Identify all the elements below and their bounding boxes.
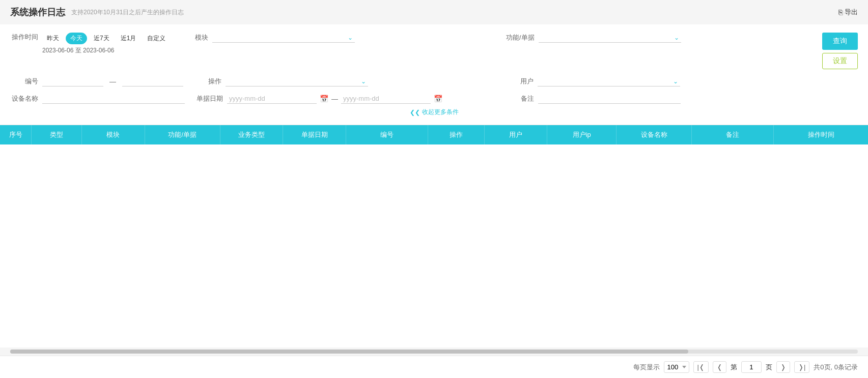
pagination: 每页显示 100 50 200 |❬ ❬ 第 页 ❭ ❭| 共0页, 0条记录 (0, 356, 868, 378)
time-date-range: 2023-06-06 至 2023-06-06 (42, 46, 170, 55)
collapse-label: 收起更多条件 (422, 108, 459, 117)
operation-select-wrapper: ⌄ (226, 76, 368, 86)
time-buttons-group: 昨天 今天 近7天 近1月 自定义 (42, 33, 170, 44)
date-end-input[interactable] (341, 94, 431, 104)
filter-row-2: 编号 — 操作 ⌄ 用户 (10, 76, 858, 86)
scrollbar-area[interactable] (0, 347, 868, 356)
remark-label: 备注 (506, 94, 534, 103)
device-input[interactable] (42, 94, 185, 104)
date-dash: — (331, 95, 338, 103)
voucher-date-filter-cell: 单据日期 📅 — 📅 (195, 94, 496, 104)
filter-row-1: 操作时间 昨天 今天 近7天 近1月 自定义 2023-06-06 至 2023… (10, 33, 858, 69)
col-type: 类型 (32, 125, 82, 144)
data-table: 序号 类型 模块 功能/单据 业务类型 单据日期 编号 操作 用户 用户ip 设… (0, 125, 868, 144)
page-wrapper: 系统操作日志 支持2020年10月31日之后产生的操作日志 ⎘ 导出 操作时间 … (0, 0, 868, 378)
voucher-date-label: 单据日期 (195, 94, 223, 103)
date-range-wrapper: 📅 — 📅 (227, 94, 442, 104)
col-user-ip: 用户ip (547, 125, 617, 144)
module-label: 模块 (180, 33, 208, 42)
time-btn-today[interactable]: 今天 (66, 33, 87, 44)
user-label: 用户 (506, 77, 534, 86)
func-label: 功能/单据 (501, 33, 535, 42)
code-end-input[interactable] (122, 76, 183, 86)
total-info: 共0页, 0条记录 (814, 363, 858, 372)
operation-label: 操作 (193, 77, 221, 86)
export-button[interactable]: ⎘ 导出 (838, 8, 858, 17)
module-select-wrapper: ⌄ (212, 33, 355, 43)
calendar-start-icon[interactable]: 📅 (320, 95, 328, 103)
time-label: 操作时间 (10, 33, 38, 42)
device-filter-cell: 设备名称 (10, 94, 185, 104)
page-suffix: 页 (766, 363, 772, 372)
filter-row-3: 设备名称 单据日期 📅 — 📅 备注 (10, 94, 858, 104)
per-page-select[interactable]: 100 50 200 (664, 361, 689, 373)
col-operation: 操作 (428, 125, 484, 144)
last-page-btn[interactable]: ❭| (794, 361, 809, 373)
user-select[interactable] (538, 76, 680, 86)
module-filter-cell: 模块 ⌄ (180, 33, 491, 43)
export-label: 导出 (845, 8, 858, 17)
filter-area: 操作时间 昨天 今天 近7天 近1月 自定义 2023-06-06 至 2023… (0, 24, 868, 125)
col-voucher-date: 单据日期 (283, 125, 346, 144)
func-filter-cell: 功能/单据 ⌄ (501, 33, 812, 43)
table-header-row: 序号 类型 模块 功能/单据 业务类型 单据日期 编号 操作 用户 用户ip 设… (0, 125, 868, 144)
prev-page-btn[interactable]: ❬ (713, 361, 726, 373)
per-page-label: 每页显示 (633, 363, 660, 372)
time-btn-7days[interactable]: 近7天 (89, 33, 114, 44)
time-btn-1month[interactable]: 近1月 (116, 33, 141, 44)
first-page-btn[interactable]: |❬ (693, 361, 709, 373)
time-btn-yesterday[interactable]: 昨天 (42, 33, 64, 44)
calendar-end-icon[interactable]: 📅 (434, 95, 442, 103)
collapse-button[interactable]: ❮❮ 收起更多条件 (410, 108, 459, 117)
time-btn-custom[interactable]: 自定义 (143, 33, 170, 44)
page-label: 第 (731, 363, 737, 372)
device-label: 设备名称 (10, 94, 38, 103)
col-device: 设备名称 (617, 125, 692, 144)
page-input[interactable] (741, 361, 762, 373)
next-page-btn[interactable]: ❭ (776, 361, 790, 373)
col-module: 模块 (82, 125, 145, 144)
remark-input[interactable] (538, 94, 681, 104)
code-label: 编号 (10, 77, 38, 86)
user-filter-cell: 用户 ⌄ (506, 76, 807, 86)
settings-button[interactable]: 设置 (822, 53, 858, 69)
module-select[interactable] (212, 33, 355, 42)
col-user: 用户 (484, 125, 547, 144)
func-select-wrapper: ⌄ (539, 33, 681, 43)
scrollbar-thumb (10, 350, 688, 354)
col-remark: 备注 (692, 125, 774, 144)
code-filter-cell: 编号 — (10, 76, 183, 86)
col-no: 序号 (0, 125, 32, 144)
remark-filter-cell: 备注 (506, 94, 807, 104)
operation-select[interactable] (226, 76, 368, 86)
table-wrapper: 序号 类型 模块 功能/单据 业务类型 单据日期 编号 操作 用户 用户ip 设… (0, 125, 868, 347)
table-header: 序号 类型 模块 功能/单据 业务类型 单据日期 编号 操作 用户 用户ip 设… (0, 125, 868, 144)
code-dash: — (107, 78, 118, 85)
date-start-input[interactable] (227, 94, 317, 104)
action-buttons: 查询 设置 (822, 33, 858, 69)
page-subtitle: 支持2020年10月31日之后产生的操作日志 (71, 8, 184, 17)
header-left: 系统操作日志 支持2020年10月31日之后产生的操作日志 (10, 6, 184, 18)
col-func: 功能/单据 (145, 125, 220, 144)
user-select-wrapper: ⌄ (538, 76, 680, 86)
col-code: 编号 (346, 125, 428, 144)
col-op-time: 操作时间 (774, 125, 868, 144)
collapse-row: ❮❮ 收起更多条件 (10, 108, 858, 117)
export-icon: ⎘ (838, 8, 843, 16)
query-button[interactable]: 查询 (822, 33, 858, 50)
col-biz: 业务类型 (220, 125, 283, 144)
operation-filter-cell: 操作 ⌄ (193, 76, 495, 86)
scrollbar-track (10, 350, 858, 354)
page-header: 系统操作日志 支持2020年10月31日之后产生的操作日志 ⎘ 导出 (0, 0, 868, 24)
func-select[interactable] (539, 33, 681, 42)
time-filter-cell: 操作时间 昨天 今天 近7天 近1月 自定义 2023-06-06 至 2023… (10, 33, 170, 55)
page-title: 系统操作日志 (10, 6, 65, 18)
collapse-chevron-icon: ❮❮ (410, 109, 420, 116)
time-section: 昨天 今天 近7天 近1月 自定义 2023-06-06 至 2023-06-0… (42, 33, 170, 55)
code-start-input[interactable] (42, 76, 103, 86)
